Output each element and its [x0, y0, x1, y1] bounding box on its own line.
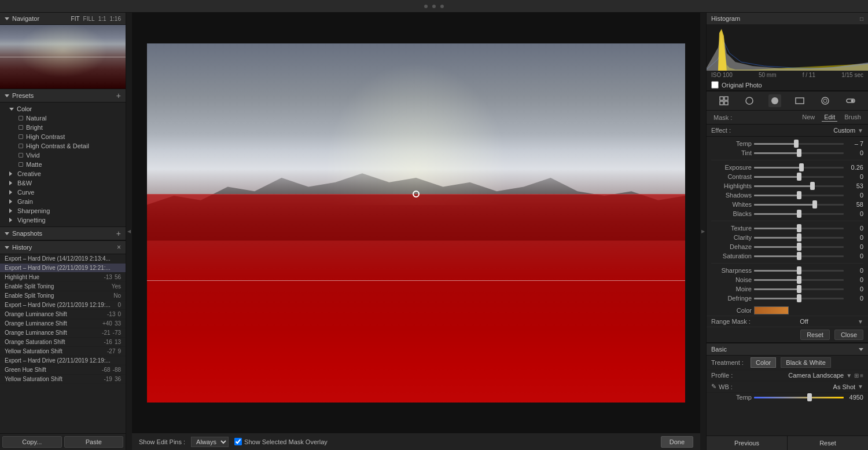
history-item-4[interactable]: Enable Split Toning No — [0, 291, 126, 301]
effect-dropdown-icon[interactable]: ▼ — [858, 127, 863, 134]
slider-highlights-track[interactable] — [754, 185, 844, 187]
nav-zoom-1-16[interactable]: 1:16 — [110, 16, 121, 22]
slider-clarity-thumb[interactable] — [797, 233, 801, 242]
snapshots-header[interactable]: Snapshots + — [0, 227, 126, 240]
preset-group-sharpening[interactable]: Sharpening — [0, 206, 126, 215]
paste-button[interactable]: Paste — [64, 436, 124, 448]
preset-item-natural[interactable]: Natural — [0, 114, 126, 123]
preset-item-high-contrast-detail[interactable]: High Contrast & Detail — [0, 141, 126, 151]
slider-dehaze-thumb[interactable] — [797, 243, 801, 251]
preset-group-color[interactable]: Color — [0, 104, 126, 114]
slider-highlights-thumb[interactable] — [810, 182, 815, 190]
slider-contrast-track[interactable] — [754, 176, 844, 178]
profile-grid-icon[interactable]: ⊞ — [854, 372, 859, 379]
history-item-12[interactable]: Green Hue Shift -68-88 — [0, 365, 126, 375]
history-item-8[interactable]: Orange Luminance Shift -21-73 — [0, 328, 126, 338]
slider-texture-track[interactable] — [754, 228, 844, 229]
preset-item-matte[interactable]: Matte — [0, 160, 126, 169]
slider-defringe-track[interactable] — [754, 298, 844, 299]
show-mask-overlay-checkbox[interactable] — [234, 438, 242, 445]
wb-dropdown-icon[interactable]: ▼ — [858, 383, 863, 390]
tool-circle-icon[interactable] — [743, 94, 756, 107]
slider-moire-track[interactable] — [754, 288, 844, 290]
slider-exposure-thumb[interactable] — [799, 163, 804, 171]
slider-blacks-track[interactable] — [754, 213, 844, 215]
tool-filled-circle-icon[interactable] — [768, 94, 781, 107]
slider-whites-thumb[interactable] — [812, 200, 817, 208]
history-item-10[interactable]: Yellow Saturation Shift -279 — [0, 347, 126, 356]
bw-treatment-button[interactable]: Black & White — [781, 357, 830, 368]
preset-item-vivid[interactable]: Vivid — [0, 151, 126, 160]
slider-temp-basic-thumb[interactable] — [807, 393, 812, 401]
history-item-5[interactable]: Export – Hard Drive (22/11/2019 12:19:..… — [0, 301, 126, 310]
slider-blacks-thumb[interactable] — [797, 210, 801, 218]
slider-saturation-track[interactable] — [754, 255, 844, 257]
histogram-expand-icon[interactable]: □ — [860, 16, 863, 22]
range-mask-dropdown-icon[interactable]: ▼ — [858, 319, 863, 325]
slider-clarity-track[interactable] — [754, 237, 844, 239]
history-item-9[interactable]: Orange Saturation Shift -1613 — [0, 338, 126, 347]
nav-zoom-fill[interactable]: FILL — [83, 16, 95, 22]
close-button[interactable]: Close — [834, 330, 863, 340]
slider-noise-thumb[interactable] — [797, 276, 801, 284]
mask-new-button[interactable]: New — [800, 113, 817, 122]
tool-grid-icon[interactable] — [718, 94, 730, 107]
color-patch[interactable] — [754, 306, 789, 314]
reset-button[interactable]: Reset — [800, 330, 830, 340]
nav-zoom-fit[interactable]: FIT — [71, 16, 80, 22]
presets-header[interactable]: Presets + — [0, 89, 126, 103]
collapse-left-edge[interactable]: ◀ — [126, 13, 132, 450]
slider-contrast-thumb[interactable] — [797, 173, 801, 181]
tool-toggle-icon[interactable] — [844, 94, 857, 107]
slider-noise-track[interactable] — [754, 279, 844, 281]
profile-list-icon[interactable]: ≡ — [860, 372, 863, 379]
slider-temp-track[interactable] — [754, 143, 844, 145]
slider-shadows-track[interactable] — [754, 195, 844, 196]
navigator-header[interactable]: Navigator FIT FILL 1:1 1:16 — [0, 13, 126, 25]
history-item-0[interactable]: Export – Hard Drive (14/12/2019 2:13:4..… — [0, 254, 126, 264]
history-item-1[interactable]: Export – Hard Drive (22/11/2019 12:21:..… — [0, 264, 126, 273]
preset-group-curve[interactable]: Curve — [0, 188, 126, 197]
slider-tint-thumb[interactable] — [797, 149, 801, 157]
reset-basic-button[interactable]: Reset — [788, 436, 868, 450]
history-item-6[interactable]: Orange Luminance Shift -130 — [0, 310, 126, 319]
history-item-7[interactable]: Orange Luminance Shift +4033 — [0, 319, 126, 328]
collapse-right-edge[interactable]: ▶ — [700, 13, 706, 450]
snapshots-add-button[interactable]: + — [116, 229, 121, 237]
slider-shadows-thumb[interactable] — [797, 191, 801, 199]
profile-dropdown-icon[interactable]: ▼ — [846, 372, 852, 379]
presets-add-button[interactable]: + — [116, 92, 121, 100]
slider-saturation-thumb[interactable] — [797, 252, 801, 260]
preset-group-grain[interactable]: Grain — [0, 197, 126, 206]
color-treatment-button[interactable]: Color — [751, 357, 776, 368]
history-item-3[interactable]: Enable Split Toning Yes — [0, 282, 126, 291]
preset-group-bw[interactable]: B&W — [0, 178, 126, 188]
tool-ring-icon[interactable] — [819, 94, 832, 107]
slider-texture-thumb[interactable] — [797, 224, 801, 232]
history-close-button[interactable]: × — [117, 243, 121, 251]
mask-brush-button[interactable]: Brush — [842, 113, 863, 122]
nav-zoom-1-1[interactable]: 1:1 — [98, 16, 106, 22]
center-pin[interactable] — [413, 191, 420, 197]
history-item-2[interactable]: Highlight Hue -1356 — [0, 273, 126, 282]
slider-sharpness-thumb[interactable] — [797, 266, 801, 275]
wb-eyedropper-icon[interactable]: ✎ — [711, 383, 716, 390]
history-item-13[interactable]: Yellow Saturation Shift -1936 — [0, 375, 126, 384]
slider-sharpness-track[interactable] — [754, 270, 844, 272]
slider-exposure-track[interactable] — [754, 167, 844, 169]
basic-header[interactable]: Basic — [707, 343, 868, 356]
mask-edit-button[interactable]: Edit — [822, 113, 837, 122]
previous-button[interactable]: Previous — [707, 436, 788, 450]
slider-temp-basic-track[interactable] — [754, 397, 844, 398]
slider-tint-track[interactable] — [754, 152, 844, 154]
copy-button[interactable]: Copy... — [2, 436, 62, 448]
show-edit-pins-select[interactable]: Always Auto Never — [191, 437, 229, 447]
preset-group-creative[interactable]: Creative — [0, 169, 126, 178]
done-button[interactable]: Done — [661, 436, 693, 448]
tool-rect-icon[interactable] — [793, 94, 806, 107]
preset-item-bright[interactable]: Bright — [0, 123, 126, 132]
slider-whites-track[interactable] — [754, 204, 844, 206]
slider-dehaze-track[interactable] — [754, 246, 844, 248]
slider-defringe-thumb[interactable] — [797, 294, 801, 302]
history-item-11[interactable]: Export – Hard Drive (22/11/2019 12:19:..… — [0, 356, 126, 365]
